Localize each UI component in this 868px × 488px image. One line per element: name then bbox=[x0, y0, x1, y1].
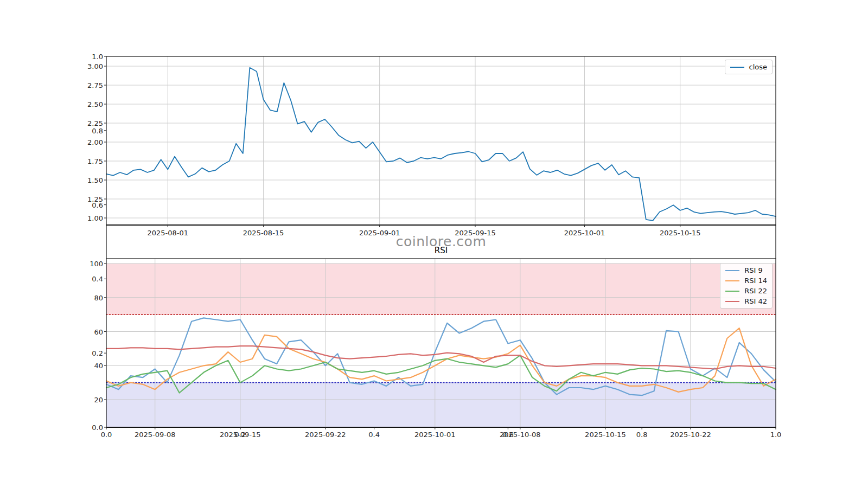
price-x-tick-label: 2025-10-01 bbox=[564, 229, 605, 236]
price-x-tick-label: 2025-10-15 bbox=[660, 229, 701, 236]
outer-x-tick-label: 0.0 bbox=[101, 431, 112, 438]
rsi42-line-swatch bbox=[725, 301, 739, 302]
legend-item-rsi22: RSI 22 bbox=[725, 287, 767, 295]
price-x-tick-label: 2025-08-01 bbox=[148, 229, 189, 236]
legend-item-rsi14: RSI 14 bbox=[725, 277, 767, 285]
figure: 3.002.752.502.252.001.751.501.251.001008… bbox=[0, 0, 868, 488]
price-y-tick-label: 1.50 bbox=[69, 177, 103, 184]
rsi14-line-swatch bbox=[725, 280, 739, 281]
price-y-tick-label: 2.25 bbox=[69, 120, 103, 127]
rsi-y-tick-label: 40 bbox=[69, 362, 103, 369]
legend-item-rsi42: RSI 42 bbox=[725, 297, 767, 305]
price-legend[interactable]: close bbox=[725, 60, 773, 74]
legend-label-rsi42: RSI 42 bbox=[744, 297, 767, 305]
price-y-tick-label: 2.75 bbox=[69, 82, 103, 89]
outer-y-tick-label: 0.4 bbox=[69, 275, 103, 282]
price-x-tick-label: 2025-09-01 bbox=[359, 229, 400, 236]
legend-label-rsi22: RSI 22 bbox=[744, 287, 767, 295]
outer-x-tick-label: 1.0 bbox=[770, 431, 782, 438]
price-y-tick-label: 3.00 bbox=[69, 63, 103, 70]
rsi-y-tick-label: 60 bbox=[69, 328, 103, 335]
rsi-panel-title: RSI bbox=[435, 246, 448, 255]
price-y-tick-label: 2.00 bbox=[69, 139, 103, 146]
rsi-legend[interactable]: RSI 9 RSI 14 RSI 22 RSI 42 bbox=[720, 263, 773, 309]
outer-x-tick-label: 0.2 bbox=[234, 431, 246, 438]
price-y-tick-label: 1.00 bbox=[69, 215, 103, 222]
outer-y-tick-label: 0.0 bbox=[69, 424, 103, 431]
rsi-x-tick-label: 2025-10-22 bbox=[670, 431, 711, 438]
rsi-x-tick-label: 2025-09-08 bbox=[135, 431, 176, 438]
rsi-y-tick-label: 100 bbox=[69, 260, 103, 267]
outer-y-tick-label: 0.6 bbox=[69, 201, 103, 208]
rsi9-line-swatch bbox=[725, 270, 739, 271]
rsi-x-tick-label: 2025-09-22 bbox=[305, 431, 346, 438]
oversold-band bbox=[106, 383, 776, 427]
outer-y-tick-label: 0.2 bbox=[69, 350, 103, 357]
close-line-swatch bbox=[730, 67, 744, 68]
overbought-band bbox=[106, 264, 776, 314]
legend-item-rsi9: RSI 9 bbox=[725, 266, 767, 274]
outer-x-tick-label: 0.8 bbox=[636, 431, 648, 438]
legend-label-rsi14: RSI 14 bbox=[744, 277, 767, 285]
price-x-tick-label: 2025-08-15 bbox=[243, 229, 284, 236]
outer-y-tick-label: 0.8 bbox=[69, 127, 103, 134]
legend-item-close: close bbox=[730, 63, 767, 71]
price-y-tick-label: 2.50 bbox=[69, 101, 103, 108]
close-line bbox=[106, 68, 776, 221]
rsi22-line-swatch bbox=[725, 291, 739, 292]
outer-x-tick-label: 0.6 bbox=[502, 431, 514, 438]
price-axes-border bbox=[106, 56, 776, 225]
price-y-tick-label: 1.75 bbox=[69, 158, 103, 165]
outer-y-tick-label: 1.0 bbox=[69, 53, 103, 60]
outer-x-tick-label: 0.4 bbox=[368, 431, 380, 438]
legend-label-close: close bbox=[749, 63, 767, 71]
rsi-x-tick-label: 2025-10-01 bbox=[414, 431, 456, 438]
rsi-y-tick-label: 80 bbox=[69, 294, 103, 301]
legend-label-rsi9: RSI 9 bbox=[744, 266, 763, 274]
rsi-x-tick-label: 2025-10-15 bbox=[585, 431, 626, 438]
rsi-y-tick-label: 20 bbox=[69, 396, 103, 403]
